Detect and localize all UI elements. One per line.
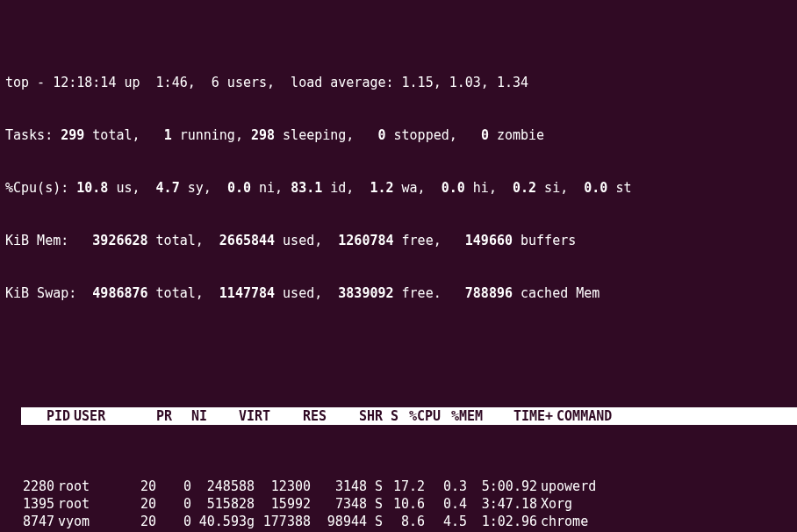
- cell-mem: 4.5: [425, 513, 467, 530]
- summary-tasks: Tasks: 299 total, 1 running, 298 sleepin…: [5, 126, 792, 144]
- summary-mem: KiB Mem: 3926628 total, 2665844 used, 12…: [5, 232, 792, 249]
- cell-virt: 515828: [191, 495, 255, 513]
- cell-res: 15992: [255, 495, 311, 513]
- hdr-user: USER: [70, 407, 144, 425]
- cell-mem: 0.4: [425, 495, 467, 513]
- hdr-s: S: [383, 407, 398, 425]
- hdr-time: TIME+: [483, 407, 553, 425]
- hdr-res: RES: [270, 407, 327, 425]
- cell-time: 3:47.18: [467, 495, 537, 513]
- cell-pr: 20: [128, 478, 156, 495]
- cell-virt: 40.593g: [191, 513, 255, 530]
- cell-res: 12300: [255, 478, 311, 495]
- cell-time: 1:02.96: [467, 513, 537, 530]
- summary-swap: KiB Swap: 4986876 total, 1147784 used, 3…: [5, 284, 792, 302]
- cell-user: root: [54, 495, 128, 513]
- cell-user: root: [54, 478, 128, 495]
- cell-mem: 0.3: [425, 478, 467, 495]
- table-row: 2280root200248588123003148S17.20.35:00.9…: [5, 478, 792, 495]
- cell-cpu: 8.6: [383, 513, 425, 530]
- cell-shr: 98944: [311, 513, 367, 530]
- hdr-ni: NI: [172, 407, 207, 425]
- cell-user: vyom: [54, 513, 128, 530]
- cell-cmd: Xorg: [537, 495, 699, 513]
- cell-ni: 0: [156, 478, 191, 495]
- hdr-pid: PID: [21, 407, 70, 425]
- hdr-mem: %MEM: [441, 407, 483, 425]
- cell-s: S: [367, 513, 383, 530]
- cell-virt: 248588: [191, 478, 255, 495]
- cell-s: S: [367, 478, 383, 495]
- cell-res: 177388: [255, 513, 311, 530]
- table-row: 1395root200515828159927348S10.60.43:47.1…: [5, 495, 792, 513]
- cell-time: 5:00.92: [467, 478, 537, 495]
- cell-ni: 0: [156, 513, 191, 530]
- process-list: 2280root200248588123003148S17.20.35:00.9…: [5, 478, 792, 532]
- summary-blank: [5, 337, 792, 355]
- hdr-pr: PR: [144, 407, 172, 425]
- cell-cpu: 17.2: [383, 478, 425, 495]
- cell-shr: 7348: [311, 495, 367, 513]
- process-header: PIDUSERPRNIVIRTRESSHRS%CPU%MEMTIME+COMMA…: [21, 407, 797, 425]
- hdr-virt: VIRT: [207, 407, 270, 425]
- terminal-output[interactable]: top - 12:18:14 up 1:46, 6 users, load av…: [0, 0, 797, 532]
- table-row: 8747vyom20040.593g17738898944S8.64.51:02…: [5, 513, 792, 530]
- hdr-shr: SHR: [327, 407, 383, 425]
- cell-pr: 20: [128, 495, 156, 513]
- cell-shr: 3148: [311, 478, 367, 495]
- cell-pid: 2280: [5, 478, 54, 495]
- cell-cmd: upowerd: [537, 478, 699, 495]
- hdr-cmd: COMMAND: [553, 407, 714, 425]
- cell-s: S: [367, 495, 383, 513]
- cell-pr: 20: [128, 513, 156, 530]
- summary-cpu: %Cpu(s): 10.8 us, 4.7 sy, 0.0 ni, 83.1 i…: [5, 179, 792, 197]
- cell-pid: 8747: [5, 513, 54, 530]
- cell-pid: 1395: [5, 495, 54, 513]
- cell-cmd: chrome: [537, 513, 699, 530]
- cell-cpu: 10.6: [383, 495, 425, 513]
- summary-uptime: top - 12:18:14 up 1:46, 6 users, load av…: [5, 74, 792, 91]
- hdr-cpu: %CPU: [398, 407, 441, 425]
- cell-ni: 0: [156, 495, 191, 513]
